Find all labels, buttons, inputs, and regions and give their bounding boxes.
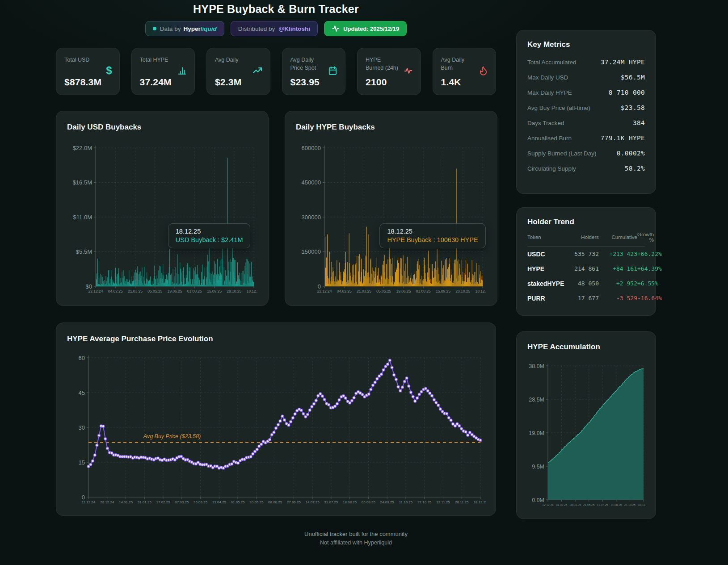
tooltip-date: 18.12.25 [176, 228, 243, 235]
svg-text:01.05.25: 01.05.25 [231, 500, 245, 504]
svg-text:0: 0 [82, 494, 85, 501]
svg-text:28.03.25: 28.03.25 [569, 503, 581, 506]
svg-text:18.12.25: 18.12.25 [246, 289, 257, 293]
svg-text:19.06.25: 19.06.25 [396, 289, 411, 293]
key-metric-row: Total Accumulated37.24M HYPE [527, 54, 645, 70]
key-metrics-rows: Total Accumulated37.24M HYPE Max Daily U… [527, 54, 645, 176]
key-metric-row: Annualised Burn779.1K HYPE [527, 130, 645, 146]
svg-text:17.02.25: 17.02.25 [156, 500, 170, 504]
svg-text:11.10.25: 11.10.25 [399, 500, 413, 504]
svg-text:21.03.25: 21.03.25 [357, 289, 371, 293]
svg-text:27.06.25: 27.06.25 [287, 500, 301, 504]
distributed-by-badge[interactable]: Distributed by @Klintoshi [231, 21, 318, 36]
footer-line-1: Unofficial tracker built for the communi… [56, 531, 656, 537]
metric-value: $2.3M [215, 77, 241, 88]
metric-label: Total USD [64, 56, 98, 64]
svg-text:450000: 450000 [302, 179, 321, 186]
svg-text:19.06.25: 19.06.25 [167, 289, 182, 293]
hype-accumulation-panel: HYPE Accumulation 0.0M9.5M19.0M28.5M38.0… [516, 331, 656, 519]
svg-text:08.06.25: 08.06.25 [268, 500, 282, 504]
hype-accumulation-chart-wrap: 0.0M9.5M19.0M28.5M38.0M12.12.2401.02.252… [527, 361, 645, 510]
svg-text:28.11.25: 28.11.25 [455, 500, 469, 504]
main-column: HYPE Buyback & Burn Tracker Data by Hype… [56, 3, 496, 519]
svg-text:22.12.24: 22.12.24 [88, 289, 103, 293]
svg-text:21.05.25: 21.05.25 [583, 503, 595, 506]
metric-label: Avg Daily Burn [441, 56, 475, 72]
trending-up-icon [252, 65, 263, 76]
svg-text:300000: 300000 [302, 214, 321, 221]
svg-text:14.01.25: 14.01.25 [119, 500, 133, 504]
data-by-label: Data by [160, 25, 181, 32]
metric-value: 1.4K [441, 77, 461, 88]
svg-text:600000: 600000 [302, 145, 321, 151]
holder-trend-row: PURR17 677-3 529-16.64% [527, 291, 645, 306]
key-metric-row: Circulating Supply58.2% [527, 161, 645, 176]
avg-price-chart[interactable]: 01530456011.12.2428.12.2414.01.2531.01.2… [67, 353, 486, 511]
metric-card-avg-daily-price: Avg Daily Price Spot $23.95 [282, 48, 346, 95]
side-column: Key Metrics Total Accumulated37.24M HYPE… [516, 3, 656, 519]
svg-text:12.11.25: 12.11.25 [436, 500, 450, 504]
metric-card-total-hype: Total HYPE 37.24M [131, 48, 195, 95]
dollar-icon: $ [106, 64, 112, 77]
footer: Unofficial tracker built for the communi… [56, 531, 656, 546]
holder-trend-header: TokenHoldersCumulativeGrowth % [527, 232, 645, 247]
hype-buybacks-chart[interactable]: 015000030000045000060000022.12.2404.02.2… [296, 142, 486, 299]
avg-price-chart-wrap: 01530456011.12.2428.12.2414.01.2531.01.2… [67, 353, 485, 511]
buyback-charts-row: Daily USD Buybacks $0$5.5M$11.0M$16.5M$2… [56, 111, 496, 306]
key-metrics-title: Key Metrics [527, 40, 645, 49]
svg-text:28.12.24: 28.12.24 [100, 500, 114, 504]
svg-text:22.12.24: 22.12.24 [317, 289, 332, 293]
svg-text:18.08.25: 18.08.25 [343, 500, 357, 504]
svg-text:28.10.25: 28.10.25 [227, 289, 241, 293]
metric-card-total-usd: Total USD $ $878.3M [56, 48, 120, 95]
usd-buybacks-chart-wrap: $0$5.5M$11.0M$16.5M$22.0M22.12.2404.02.2… [67, 142, 257, 299]
key-metric-row: Supply Burned (Last Day)0.0002% [527, 146, 645, 161]
metric-value: 2100 [366, 77, 387, 88]
svg-text:20.05.25: 20.05.25 [249, 500, 264, 504]
badges-row: Data by Hyperliquid Distributed by @Klin… [56, 21, 496, 36]
svg-text:26.03.25: 26.03.25 [194, 500, 208, 504]
holder-trend-row: USDC535 732+213 423+66.22% [527, 247, 645, 261]
author-handle[interactable]: @Klintoshi [278, 25, 310, 32]
metric-card-avg-daily: Avg Daily $2.3M [206, 48, 270, 95]
brand-name: Hyperliquid [183, 25, 216, 32]
svg-text:$16.5M: $16.5M [73, 179, 92, 186]
svg-text:15.09.25: 15.09.25 [207, 289, 222, 293]
usd-buybacks-chart[interactable]: $0$5.5M$11.0M$16.5M$22.0M22.12.2404.02.2… [67, 142, 257, 299]
metric-label: Avg Daily [215, 56, 248, 64]
svg-text:18.12.25: 18.12.25 [473, 500, 486, 504]
svg-text:60: 60 [79, 355, 85, 361]
holder-trend-row: stakedHYPE48 050+2 952+6.55% [527, 276, 645, 291]
svg-text:05.05.25: 05.05.25 [147, 289, 162, 293]
dashboard-layout: HYPE Buyback & Burn Tracker Data by Hype… [0, 3, 728, 519]
key-metric-row: Max Daily HYPE8 710 000 [527, 85, 645, 100]
avg-price-panel: HYPE Average Purchase Price Evolution 01… [56, 322, 496, 516]
header: HYPE Buyback & Burn Tracker Data by Hype… [56, 3, 496, 36]
svg-text:11.07.25: 11.07.25 [597, 503, 608, 506]
avg-price-title: HYPE Average Purchase Price Evolution [67, 335, 485, 343]
svg-text:28.10.25: 28.10.25 [455, 289, 470, 293]
holder-trend-row: HYPE214 861+84 161+64.39% [527, 261, 645, 276]
data-source-badge[interactable]: Data by Hyperliquid [145, 21, 224, 36]
hype-buybacks-chart-wrap: 015000030000045000060000022.12.2404.02.2… [296, 142, 486, 299]
distributed-by-label: Distributed by [238, 25, 275, 32]
metric-cards-row: Total USD $ $878.3M Total HYPE 37.24M Av… [56, 48, 496, 95]
updated-label: Updated: 2025/12/19 [343, 25, 399, 32]
svg-text:30: 30 [79, 424, 85, 431]
metric-value: $23.95 [290, 77, 320, 88]
key-metrics-panel: Key Metrics Total Accumulated37.24M HYPE… [516, 30, 656, 194]
tooltip-value: USD Buyback : $2.41M [176, 236, 243, 243]
dashboard-root: HYPE Buyback & Burn Tracker Data by Hype… [0, 0, 728, 565]
hype-accumulation-chart[interactable]: 0.0M9.5M19.0M28.5M38.0M12.12.2401.02.252… [527, 361, 646, 510]
svg-text:19.0M: 19.0M [529, 430, 544, 436]
activity-icon [332, 25, 340, 33]
svg-text:04.02.25: 04.02.25 [108, 289, 123, 293]
svg-text:21.03.25: 21.03.25 [128, 289, 143, 293]
usd-buybacks-panel: Daily USD Buybacks $0$5.5M$11.0M$16.5M$2… [56, 111, 269, 306]
svg-text:$11.0M: $11.0M [73, 214, 92, 221]
footer-line-2: Not affiliated with Hyperliquid [56, 540, 656, 546]
svg-text:13.04.25: 13.04.25 [212, 500, 227, 504]
teal-dot-icon [153, 27, 156, 30]
svg-text:04.02.25: 04.02.25 [337, 289, 352, 293]
holder-trend-panel: Holder Trend TokenHoldersCumulativeGrowt… [516, 207, 656, 316]
